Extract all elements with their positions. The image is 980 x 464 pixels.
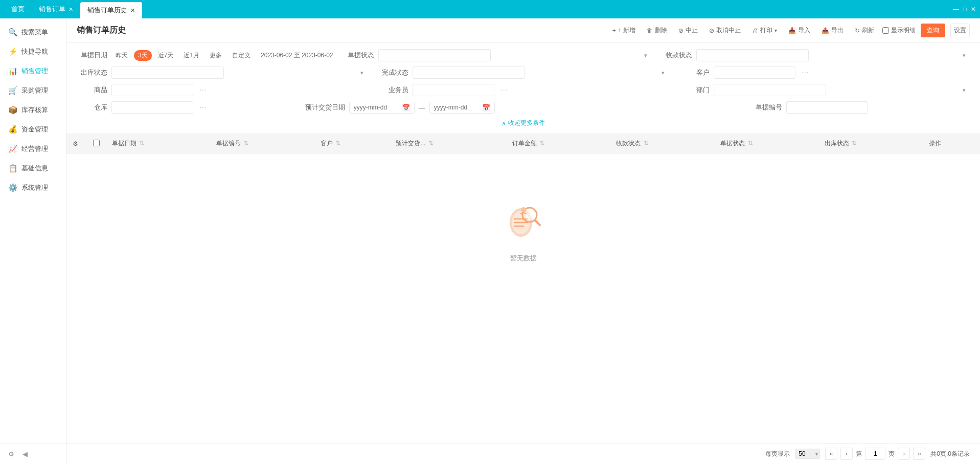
prev-page-btn[interactable]: ‹: [840, 448, 853, 460]
customer-browse-btn[interactable]: ···: [802, 68, 808, 77]
delete-button[interactable]: 🗑 删除: [644, 24, 670, 37]
select-all-checkbox[interactable]: [93, 140, 100, 146]
doc-status-select[interactable]: [378, 49, 491, 61]
first-page-btn[interactable]: «: [825, 448, 837, 460]
product-input[interactable]: [111, 84, 193, 96]
import-icon: 📥: [788, 27, 796, 34]
sidebar-item-operations-mgmt[interactable]: 📈 经营管理: [0, 139, 66, 159]
col-customer: 客户 ⇅: [314, 134, 390, 153]
col-expected-delivery: 预计交货... ⇅: [390, 134, 506, 153]
minimize-btn[interactable]: —: [953, 6, 959, 13]
sort-order-amount-icon[interactable]: ⇅: [539, 140, 544, 147]
salesperson-label: 业务员: [378, 85, 408, 95]
expected-delivery-start[interactable]: [354, 104, 400, 111]
col-doc-date: 单据日期 ⇅: [106, 134, 210, 153]
calendar-start-icon[interactable]: 📅: [402, 104, 410, 112]
filter-area: 单据日期 昨天 3天 近7天 近1月 更多 自定义 2023-06-02 至 2…: [66, 43, 980, 134]
sales-icon: 📊: [8, 67, 17, 76]
maximize-btn[interactable]: □: [963, 6, 967, 13]
sidebar-item-inventory-calc[interactable]: 📦 库存核算: [0, 100, 66, 120]
tab-sales-order-history[interactable]: 销售订单历史 ✕: [80, 2, 142, 18]
product-browse-btn[interactable]: ···: [199, 85, 206, 95]
new-button[interactable]: + + 新增: [609, 24, 639, 37]
sidebar: 🔍 搜索菜单 ⚡ 快捷导航 📊 销售管理 🛒 采购管理 📦 库存核算 💰: [0, 18, 66, 464]
receipt-status-select[interactable]: [696, 49, 809, 61]
salesperson-input[interactable]: [413, 84, 494, 96]
settings-button[interactable]: 设置: [950, 24, 970, 37]
table-footer: 每页显示 50 10 20 100 « ‹ 第 页: [66, 443, 980, 464]
doc-number-input[interactable]: [786, 101, 868, 114]
sidebar-item-basic-info[interactable]: 📋 基础信息: [0, 159, 66, 178]
date-tag-yesterday[interactable]: 昨天: [111, 50, 132, 61]
current-page-input[interactable]: [865, 448, 885, 460]
receipt-status-label: 收款状态: [662, 51, 692, 60]
date-tag-7days[interactable]: 近7天: [154, 50, 178, 61]
sidebar-item-system-mgmt[interactable]: ⚙️ 系统管理: [0, 178, 66, 197]
sort-doc-number-icon[interactable]: ⇅: [243, 140, 248, 147]
expected-delivery-label: 预计交货日期: [305, 103, 345, 112]
sort-warehouse-status-icon[interactable]: ⇅: [852, 140, 857, 147]
import-button[interactable]: 📥 导入: [785, 24, 813, 37]
sidebar-item-search-menu[interactable]: 🔍 搜索菜单: [0, 23, 66, 42]
col-checkbox: [87, 134, 106, 153]
sort-receipt-status-icon[interactable]: ⇅: [644, 140, 649, 147]
refresh-button[interactable]: ↻ 刷新: [852, 24, 877, 37]
expected-delivery-end[interactable]: [434, 104, 480, 111]
print-button[interactable]: 🖨 打印 ▾: [749, 24, 780, 37]
sort-expected-delivery-icon[interactable]: ⇅: [428, 140, 434, 147]
filter-row-3: 商品 ··· 业务员 ··· 部门: [77, 84, 970, 96]
table-settings-icon[interactable]: ⚙: [73, 140, 78, 147]
sort-doc-date-icon[interactable]: ⇅: [139, 140, 144, 147]
page-title: 销售订单历史: [77, 25, 126, 36]
content-area: 销售订单历史 + + 新增 🗑 删除 ⊘ 中止 ⊘ 取消中止: [66, 18, 980, 464]
tab-sales-order-history-close[interactable]: ✕: [130, 7, 135, 14]
sidebar-collapse-icon[interactable]: ◀: [22, 450, 28, 458]
department-wrapper: [714, 84, 970, 96]
warehouse-input[interactable]: [111, 101, 193, 114]
purchase-icon: 🛒: [8, 86, 17, 95]
sidebar-item-quick-nav[interactable]: ⚡ 快捷导航: [0, 42, 66, 61]
export-button[interactable]: 📤 导出: [818, 24, 847, 37]
top-bar: 首页 销售订单 ✕ 销售订单历史 ✕ — □ ✕: [0, 0, 980, 18]
operations-icon: 📈: [8, 144, 17, 153]
sidebar-item-finance-mgmt[interactable]: 💰 资金管理: [0, 120, 66, 139]
date-tag-more[interactable]: 更多: [206, 50, 226, 61]
query-button[interactable]: 查询: [921, 24, 945, 37]
warehouse-status-wrapper: [111, 67, 368, 79]
stop-button[interactable]: ⊘ 中止: [675, 24, 701, 37]
cancel-stop-icon: ⊘: [709, 27, 714, 34]
sort-doc-status-icon[interactable]: ⇅: [748, 140, 753, 147]
calendar-end-icon[interactable]: 📅: [482, 104, 490, 112]
customer-input[interactable]: [714, 67, 795, 79]
col-operation: 操作: [923, 134, 980, 153]
next-page-btn[interactable]: ›: [898, 448, 910, 460]
date-tag-1month[interactable]: 近1月: [179, 50, 203, 61]
sidebar-item-sales-mgmt[interactable]: 📊 销售管理: [0, 61, 66, 81]
date-tag-3days[interactable]: 3天: [134, 50, 152, 61]
display-detail-checkbox[interactable]: [882, 27, 889, 34]
cancel-stop-button[interactable]: ⊘ 取消中止: [706, 24, 744, 37]
tab-sales-order-close[interactable]: ✕: [69, 6, 73, 13]
per-page-select[interactable]: 50 10 20 100: [795, 449, 820, 459]
export-icon: 📤: [822, 27, 829, 34]
sidebar-menu: 🔍 搜索菜单 ⚡ 快捷导航 📊 销售管理 🛒 采购管理 📦 库存核算 💰: [0, 18, 66, 202]
date-tag-custom[interactable]: 自定义: [228, 50, 255, 61]
tab-sales-order[interactable]: 销售订单 ✕: [32, 0, 80, 18]
last-page-btn[interactable]: »: [913, 448, 925, 460]
warehouse-browse-btn[interactable]: ···: [199, 103, 206, 112]
close-btn[interactable]: ✕: [971, 6, 976, 13]
department-select[interactable]: [714, 84, 826, 96]
warehouse-status-select[interactable]: [111, 67, 224, 79]
col-settings: ⚙: [66, 134, 87, 153]
salesperson-browse-btn[interactable]: ···: [500, 85, 507, 95]
svg-point-6: [525, 210, 535, 220]
sort-customer-icon[interactable]: ⇅: [335, 140, 340, 147]
receipt-status-wrapper: [696, 49, 970, 61]
completion-status-select[interactable]: [413, 67, 525, 79]
sidebar-item-purchase-mgmt[interactable]: 🛒 采购管理: [0, 81, 66, 100]
filter-collapse-btn[interactable]: ∧ 收起更多条件: [77, 119, 970, 127]
sidebar-settings-icon[interactable]: ⚙: [8, 450, 14, 458]
tab-home[interactable]: 首页: [4, 0, 32, 18]
inventory-icon: 📦: [8, 105, 17, 115]
refresh-icon: ↻: [855, 27, 860, 34]
